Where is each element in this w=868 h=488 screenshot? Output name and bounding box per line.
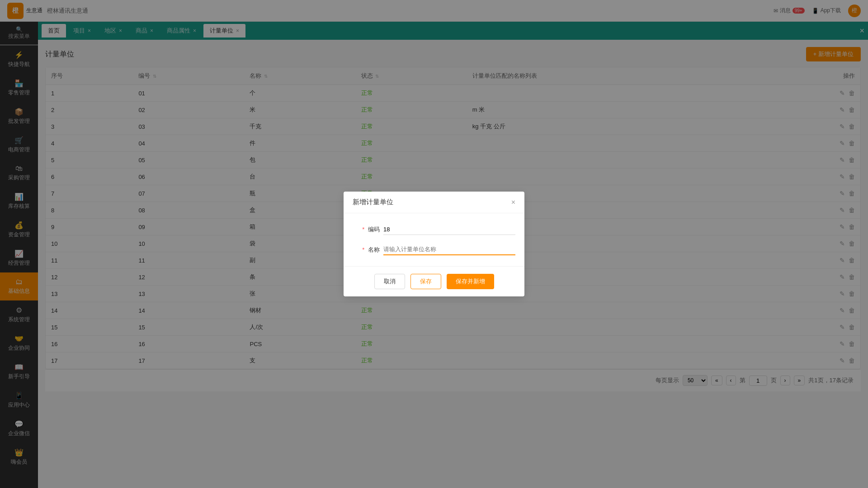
name-label: * 名称 [353,246,380,254]
cancel-button[interactable]: 取消 [374,274,405,289]
save-button[interactable]: 保存 [410,274,441,289]
required-star-name: * [362,246,364,253]
modal-overlay: 新增计量单位 × * 编码 * 名称 [0,0,868,488]
code-label: * 编码 [353,225,380,234]
modal-body: * 编码 * 名称 [344,213,524,266]
add-unit-modal: 新增计量单位 × * 编码 * 名称 [344,192,524,296]
modal-close-button[interactable]: × [511,198,515,206]
name-input[interactable] [383,244,515,255]
app-container: 橙 生意通 橙林通讯生意通 ✉ 消息 99+ 📱 App下载 橙 🔍 搜索菜单 [0,0,868,488]
form-row-code: * 编码 [353,224,515,235]
modal-title: 新增计量单位 [353,198,393,206]
modal-footer: 取消 保存 保存并新增 [344,266,524,296]
save-and-new-button[interactable]: 保存并新增 [447,274,494,289]
code-input[interactable] [383,224,515,235]
required-star-code: * [362,226,364,233]
form-row-name: * 名称 [353,244,515,255]
modal-header: 新增计量单位 × [344,192,524,213]
